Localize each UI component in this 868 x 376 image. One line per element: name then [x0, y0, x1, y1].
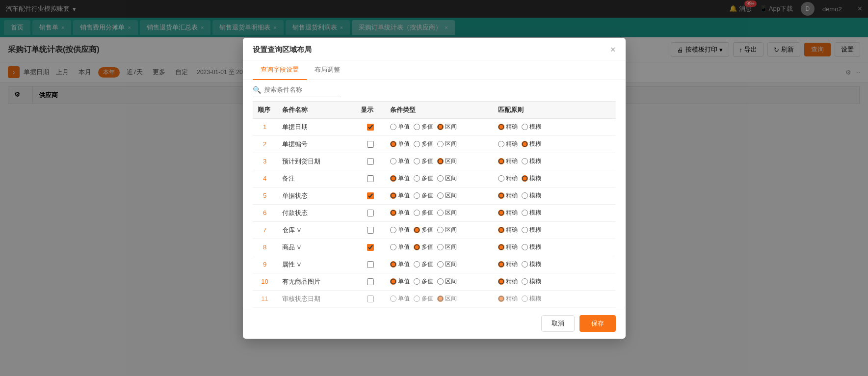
- type-radio-single-2[interactable]: 单值: [390, 140, 410, 148]
- type-radio-single-6[interactable]: 单值: [390, 209, 410, 217]
- type-radio-range-9[interactable]: 区间: [437, 260, 457, 269]
- dialog-tab-layout[interactable]: 布局调整: [307, 60, 348, 80]
- match-radio-exact-2[interactable]: 精确: [498, 140, 518, 148]
- match-radio-group-7: 精确 模糊: [498, 226, 586, 234]
- table-row: 8 商品 ∨ 单值 多值 区间 精确 模糊: [253, 239, 616, 256]
- type-radio-multi-6[interactable]: 多值: [414, 209, 433, 217]
- type-radio-multi-4[interactable]: 多值: [414, 174, 433, 183]
- type-radio-single-9[interactable]: 单值: [390, 260, 410, 269]
- type-radio-single-10[interactable]: 单值: [390, 277, 410, 286]
- type-radio-group-4: 单值 多值 区间: [390, 174, 488, 183]
- row-display-7[interactable]: [356, 223, 385, 238]
- match-radio-exact-7[interactable]: 精确: [498, 226, 518, 234]
- match-radio-exact-6[interactable]: 精确: [498, 209, 518, 217]
- type-radio-range-11[interactable]: 区间: [437, 295, 457, 303]
- dialog-tab-query-fields[interactable]: 查询字段设置: [253, 60, 307, 80]
- match-radio-fuzzy-4[interactable]: 模糊: [522, 174, 541, 183]
- row-display-6[interactable]: [356, 206, 385, 220]
- match-radio-exact-5[interactable]: 精确: [498, 191, 518, 200]
- row-match-10: 精确 模糊: [493, 273, 591, 290]
- type-radio-multi-2[interactable]: 多值: [414, 140, 433, 148]
- row-display-5[interactable]: [356, 188, 385, 203]
- display-checkbox-8[interactable]: [367, 244, 374, 251]
- row-display-3[interactable]: [356, 154, 385, 169]
- row-name-9: 属性 ∨: [277, 256, 356, 273]
- type-radio-single-4[interactable]: 单值: [390, 174, 410, 183]
- match-radio-fuzzy-1[interactable]: 模糊: [522, 123, 541, 131]
- match-radio-fuzzy-10[interactable]: 模糊: [522, 277, 541, 286]
- search-icon: 🔍: [253, 86, 261, 94]
- type-radio-range-8[interactable]: 区间: [437, 243, 457, 251]
- match-radio-exact-10[interactable]: 精确: [498, 277, 518, 286]
- row-display-1[interactable]: [356, 120, 385, 134]
- type-radio-single-1[interactable]: 单值: [390, 123, 410, 131]
- type-radio-single-5[interactable]: 单值: [390, 191, 410, 200]
- display-checkbox-9[interactable]: [367, 261, 374, 268]
- type-radio-range-5[interactable]: 区间: [437, 191, 457, 200]
- display-checkbox-10[interactable]: [367, 278, 374, 285]
- save-button[interactable]: 保存: [579, 315, 616, 332]
- row-name-4: 备注: [277, 170, 356, 187]
- type-radio-multi-10[interactable]: 多值: [414, 277, 433, 286]
- match-radio-fuzzy-3[interactable]: 模糊: [522, 157, 541, 165]
- display-checkbox-5[interactable]: [367, 192, 374, 199]
- match-radio-fuzzy-5[interactable]: 模糊: [522, 191, 541, 200]
- display-checkbox-7[interactable]: [367, 227, 374, 234]
- type-radio-single-7[interactable]: 单值: [390, 226, 410, 234]
- row-display-8[interactable]: [356, 240, 385, 255]
- display-checkbox-1[interactable]: [367, 124, 374, 131]
- type-radio-single-11[interactable]: 单值: [390, 295, 410, 303]
- type-radio-multi-1[interactable]: 多值: [414, 123, 433, 131]
- cancel-button[interactable]: 取消: [541, 315, 575, 332]
- type-radio-multi-5[interactable]: 多值: [414, 191, 433, 200]
- type-radio-multi-8[interactable]: 多值: [414, 243, 433, 251]
- row-display-2[interactable]: [356, 137, 385, 152]
- display-checkbox-3[interactable]: [367, 158, 374, 165]
- type-radio-multi-3[interactable]: 多值: [414, 157, 433, 165]
- type-radio-range-6[interactable]: 区间: [437, 209, 457, 217]
- type-radio-range-4[interactable]: 区间: [437, 174, 457, 183]
- match-radio-exact-11[interactable]: 精确: [498, 295, 518, 303]
- match-radio-fuzzy-6[interactable]: 模糊: [522, 209, 541, 217]
- type-radio-range-2[interactable]: 区间: [437, 140, 457, 148]
- row-name-11: 审核状态日期: [277, 291, 356, 307]
- display-checkbox-11[interactable]: [367, 295, 374, 302]
- type-radio-multi-11[interactable]: 多值: [414, 295, 433, 303]
- col-name: 条件名称: [277, 102, 356, 118]
- display-checkbox-6[interactable]: [367, 210, 374, 216]
- type-radio-range-7[interactable]: 区间: [437, 226, 457, 234]
- row-type-5: 单值 多值 区间: [385, 188, 493, 204]
- row-display-10[interactable]: [356, 274, 385, 289]
- dialog-table: 顺序 条件名称 显示 条件类型 匹配原则 1 单据日期 单值 多值 区间: [243, 101, 626, 308]
- row-type-1: 单值 多值 区间: [385, 119, 493, 135]
- match-radio-fuzzy-7[interactable]: 模糊: [522, 226, 541, 234]
- type-radio-range-3[interactable]: 区间: [437, 157, 457, 165]
- type-radio-single-8[interactable]: 单值: [390, 243, 410, 251]
- match-radio-exact-8[interactable]: 精确: [498, 243, 518, 251]
- display-checkbox-4[interactable]: [367, 175, 374, 182]
- display-checkbox-2[interactable]: [367, 141, 374, 148]
- match-radio-exact-3[interactable]: 精确: [498, 157, 518, 165]
- row-display-9[interactable]: [356, 257, 385, 272]
- match-radio-exact-9[interactable]: 精确: [498, 260, 518, 269]
- table-row: 4 备注 单值 多值 区间 精确 模糊: [253, 170, 616, 188]
- search-input[interactable]: [264, 86, 333, 93]
- type-radio-range-1[interactable]: 区间: [437, 123, 457, 131]
- row-name-5: 单据状态: [277, 188, 356, 204]
- type-radio-multi-7[interactable]: 多值: [414, 226, 433, 234]
- row-display-4[interactable]: [356, 171, 385, 186]
- dialog-table-header: 顺序 条件名称 显示 条件类型 匹配原则: [253, 101, 616, 119]
- row-order-1: 1: [253, 119, 277, 134]
- match-radio-fuzzy-11[interactable]: 模糊: [522, 295, 541, 303]
- type-radio-multi-9[interactable]: 多值: [414, 260, 433, 269]
- match-radio-fuzzy-9[interactable]: 模糊: [522, 260, 541, 269]
- match-radio-fuzzy-8[interactable]: 模糊: [522, 243, 541, 251]
- type-radio-single-3[interactable]: 单值: [390, 157, 410, 165]
- table-row: 11 审核状态日期 单值 多值 区间 精确 模糊: [253, 291, 616, 308]
- type-radio-range-10[interactable]: 区间: [437, 277, 457, 286]
- match-radio-exact-4[interactable]: 精确: [498, 174, 518, 183]
- dialog-close-button[interactable]: ×: [610, 45, 616, 55]
- match-radio-fuzzy-2[interactable]: 模糊: [522, 140, 541, 148]
- match-radio-exact-1[interactable]: 精确: [498, 123, 518, 131]
- row-display-11[interactable]: [356, 292, 385, 306]
